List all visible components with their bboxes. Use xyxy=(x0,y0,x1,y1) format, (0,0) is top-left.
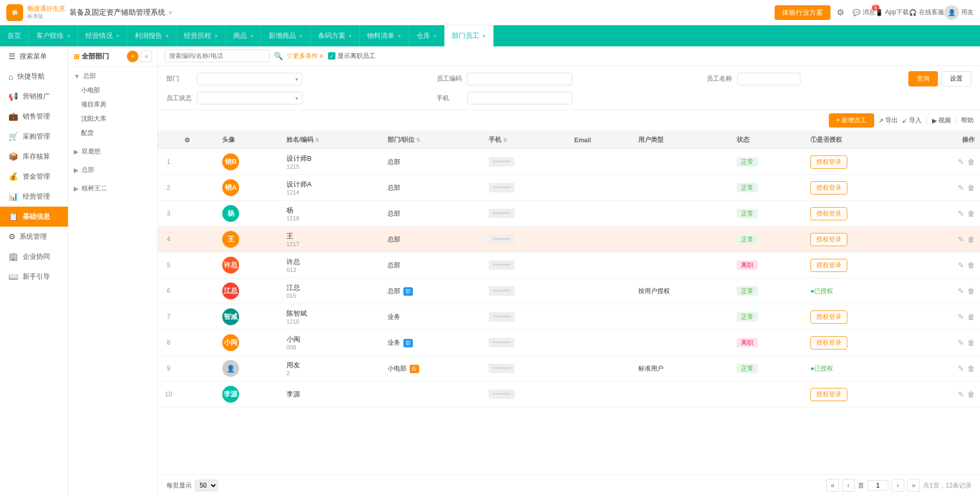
more-filter-button[interactable]: ▽ 更多条件 ∧ xyxy=(287,52,324,61)
page-number-input[interactable] xyxy=(867,480,888,491)
sidebar-item-finance[interactable]: 💰资金管理 xyxy=(0,167,68,187)
edit-button[interactable]: ✎ xyxy=(958,287,964,295)
auth-login-button[interactable]: 授权登录 xyxy=(810,310,847,324)
sidebar-item-quicknav[interactable]: ⌂快捷导航 xyxy=(0,66,68,86)
close-tab-icon[interactable]: × xyxy=(165,33,169,39)
col-phone[interactable]: 手机 xyxy=(483,131,569,149)
nav-tab-新增商品[interactable]: 新增商品 × xyxy=(261,25,310,46)
close-tab-icon[interactable]: × xyxy=(482,33,486,39)
add-department-button[interactable]: + xyxy=(127,51,138,62)
edit-button[interactable]: ✎ xyxy=(958,364,964,373)
user-button[interactable]: 👤 用友 xyxy=(944,5,974,20)
edit-button[interactable]: ✎ xyxy=(958,209,964,218)
dept-child-0-0[interactable]: 小电部 xyxy=(68,83,157,98)
delete-button[interactable]: 🗑 xyxy=(967,338,975,347)
export-button[interactable]: ↗ 导出 xyxy=(878,116,898,125)
emp-code-filter-input[interactable] xyxy=(467,73,572,85)
dept-group-title-3[interactable]: ▶植树王二 xyxy=(68,181,157,196)
delete-button[interactable]: 🗑 xyxy=(967,364,975,373)
edit-button[interactable]: ✎ xyxy=(958,158,964,166)
online-service-button[interactable]: 🎧 在线客服 xyxy=(909,8,944,17)
delete-button[interactable]: 🗑 xyxy=(967,261,975,269)
sidebar-item-guide[interactable]: 📖新手引导 xyxy=(0,267,68,287)
help-button[interactable]: 帮助 xyxy=(961,116,974,125)
edit-button[interactable]: ✎ xyxy=(958,261,964,269)
first-page-button[interactable]: « xyxy=(826,479,839,492)
auth-login-button[interactable]: 授权登录 xyxy=(810,233,847,246)
sidebar-item-basic[interactable]: 📋基础信息 xyxy=(0,207,68,227)
close-tab-icon[interactable]: × xyxy=(250,33,253,39)
emp-status-filter-select[interactable] xyxy=(197,92,302,104)
edit-button[interactable]: ✎ xyxy=(958,390,964,398)
delete-button[interactable]: 🗑 xyxy=(967,158,975,166)
auth-login-button[interactable]: 授权登录 xyxy=(810,259,847,272)
col-name[interactable]: 姓名/编码 xyxy=(281,131,382,149)
sidebar-item-operations[interactable]: 📊经营管理 xyxy=(0,187,68,207)
delete-button[interactable]: 🗑 xyxy=(967,313,975,321)
show-resigned-toggle[interactable]: ✓ 显示离职员工 xyxy=(328,52,375,61)
close-tab-icon[interactable]: × xyxy=(214,33,217,39)
sidebar-item-enterprise[interactable]: 🏢企业协同 xyxy=(0,247,68,267)
close-tab-icon[interactable]: × xyxy=(433,33,437,39)
delete-button[interactable]: 🗑 xyxy=(967,209,975,218)
nav-tab-条码方案[interactable]: 条码方案 × xyxy=(311,25,360,46)
dept-child-0-1[interactable]: 项目库房 xyxy=(68,98,157,112)
dept-child-0-3[interactable]: 配货 xyxy=(68,126,157,140)
nav-tab-仓库[interactable]: 仓库 × xyxy=(409,25,444,46)
close-tab-icon[interactable]: × xyxy=(67,33,70,39)
auth-login-button[interactable]: 授权登录 xyxy=(810,155,847,169)
close-tab-icon[interactable]: × xyxy=(299,33,302,39)
message-button[interactable]: 💬 消息 6 xyxy=(853,8,875,17)
app-download-button[interactable]: 📱 App下载 xyxy=(875,8,909,17)
dept-group-title-1[interactable]: ▶双鹿想 xyxy=(68,144,157,159)
emp-name-filter-input[interactable] xyxy=(737,73,800,85)
search-input[interactable] xyxy=(164,50,270,62)
nav-tab-部门员工[interactable]: 部门员工 × xyxy=(444,25,493,46)
auth-login-button[interactable]: 授权登录 xyxy=(810,207,847,220)
auth-login-button[interactable]: 授权登录 xyxy=(810,181,847,194)
video-button[interactable]: ▶ 视频 xyxy=(932,116,951,125)
dept-group-title-0[interactable]: ▼总部 xyxy=(68,69,157,83)
nav-tab-物料清单[interactable]: 物料清单 × xyxy=(360,25,409,46)
sidebar-item-search[interactable]: ☰搜索菜单 xyxy=(0,46,68,66)
sidebar-item-system[interactable]: ⚙系统管理 xyxy=(0,227,68,247)
delete-button[interactable]: 🗑 xyxy=(967,235,975,244)
delete-button[interactable]: 🗑 xyxy=(967,183,975,192)
delete-button[interactable]: 🗑 xyxy=(967,287,975,295)
add-employee-button[interactable]: + 新增员工 xyxy=(829,113,874,128)
close-tab-icon[interactable]: × xyxy=(349,33,352,39)
dept-filter-select[interactable] xyxy=(197,73,302,85)
settings-icon[interactable]: ⚙ xyxy=(837,7,844,17)
dept-group-title-2[interactable]: ▶总部 xyxy=(68,163,157,177)
auth-login-button[interactable]: 授权登录 xyxy=(810,336,847,349)
edit-button[interactable]: ✎ xyxy=(958,183,964,192)
auth-login-button[interactable]: 授权登录 xyxy=(810,388,847,401)
nav-tab-客户联络[interactable]: 客户联络 × xyxy=(29,25,78,46)
edit-button[interactable]: ✎ xyxy=(958,313,964,321)
phone-filter-input[interactable] xyxy=(467,92,572,104)
query-button[interactable]: 查询 xyxy=(908,71,938,86)
edit-button[interactable]: ✎ xyxy=(958,338,964,347)
collapse-dept-panel-button[interactable]: « xyxy=(141,51,152,62)
nav-tab-首页[interactable]: 首页 xyxy=(0,25,29,46)
experience-button[interactable]: 体验行业方案 xyxy=(775,5,830,20)
import-button[interactable]: ↙ 导入 xyxy=(902,116,922,125)
search-button[interactable]: 🔍 xyxy=(274,52,283,60)
sidebar-item-purchase[interactable]: 🛒采购管理 xyxy=(0,127,68,147)
last-page-button[interactable]: » xyxy=(907,479,920,492)
page-size-select[interactable]: 50 xyxy=(195,480,218,491)
close-tab-icon[interactable]: × xyxy=(398,33,401,39)
nav-tab-经营历程[interactable]: 经营历程 × xyxy=(176,25,225,46)
delete-button[interactable]: 🗑 xyxy=(967,390,975,398)
next-page-button[interactable]: › xyxy=(892,479,904,492)
set-button[interactable]: 设置 xyxy=(941,71,972,86)
close-tab-icon[interactable]: × xyxy=(116,33,119,39)
edit-button[interactable]: ✎ xyxy=(958,235,964,244)
col-dept[interactable]: 部门/职位 xyxy=(382,131,483,149)
nav-tab-经营情况[interactable]: 经营情况 × xyxy=(78,25,127,46)
dept-child-0-2[interactable]: 沈阳大库 xyxy=(68,112,157,126)
prev-page-button[interactable]: ‹ xyxy=(842,479,855,492)
nav-tab-商品[interactable]: 商品 × xyxy=(226,25,261,46)
sidebar-item-sales[interactable]: 💼销售管理 xyxy=(0,106,68,127)
sidebar-item-inventory[interactable]: 📦库存核算 xyxy=(0,147,68,167)
